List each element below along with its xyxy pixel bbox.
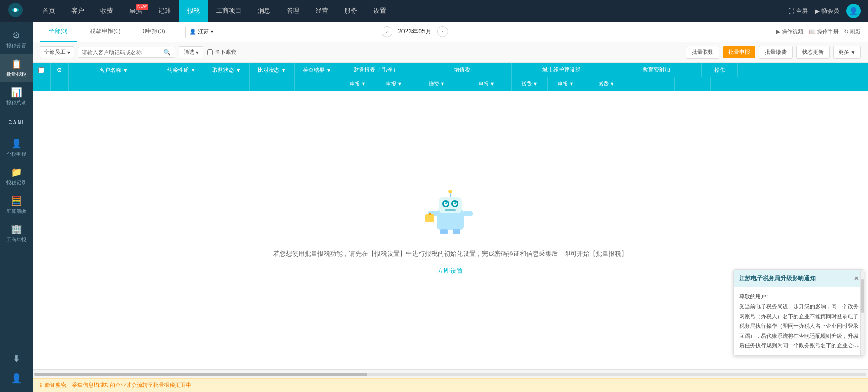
th-fetch-status[interactable]: 取数状态 ▼ [204, 63, 250, 77]
notification-scroll-thumb [861, 279, 864, 313]
search-button[interactable]: 🔍 [160, 47, 175, 57]
more-chevron-icon: ▼ [850, 49, 856, 56]
vip-button[interactable]: ▶ 畅会员 [815, 7, 839, 15]
avatar[interactable]: 👤 [846, 4, 861, 18]
sidebar-item-tax-record[interactable]: 📁 报税记录 [0, 162, 33, 191]
fullscreen-button[interactable]: ⛶ 全屏 [788, 7, 808, 15]
batch-pay-button[interactable]: 批量缴费 [759, 46, 793, 59]
sidebar-item-settlement[interactable]: 🧮 汇算清缴 [0, 191, 33, 219]
bottom-info-bar: ℹ 验证账密、采集信息均成功的企业才会流转至批量报税页面中 [33, 378, 868, 392]
sidebar-item-taxsettings[interactable]: ⚙ 报税设置 [0, 25, 33, 54]
filter-bar: 全部员工 ▾ 🔍 筛选 ▾ 名下账套 批量取数 批量申报 批量缴费 状态更新 [33, 42, 868, 63]
th2-city-declare[interactable]: 申报 ▼ [462, 77, 512, 91]
tab-all[interactable]: 全部(0) [40, 22, 77, 42]
nav-bookkeeping[interactable]: 记账 [150, 0, 179, 22]
select-all-checkbox[interactable] [38, 67, 44, 73]
th-vat: 增值税 [412, 63, 512, 77]
horizontal-scrollbar[interactable] [33, 369, 868, 378]
nav-management[interactable]: 管理 [278, 0, 307, 22]
tab-separator-1 [79, 27, 79, 36]
sidebar-download[interactable]: ⬇ [0, 349, 33, 368]
employee-select[interactable]: 全部员工 ▾ [40, 46, 74, 58]
nav-settings[interactable]: 设置 [365, 0, 394, 22]
th-financial-report: 财务报表（月/季） [340, 63, 412, 77]
th2-empty6 [250, 77, 295, 91]
next-month-button[interactable]: › [437, 26, 448, 37]
th2-edu-pay[interactable]: 缴费 ▼ [584, 77, 629, 91]
current-month-text: 2023年05月 [398, 28, 432, 36]
batch-fetch-button[interactable]: 批量取数 [686, 46, 719, 59]
svg-point-1 [14, 8, 17, 12]
th2-empty4 [159, 77, 204, 91]
sidebar-item-annual-report[interactable]: 🏢 工商年报 [0, 219, 33, 248]
th-city-construction-tax: 城市维护建设税 [512, 63, 611, 77]
right-action-buttons: ▶ 操作视频 📖 操作手册 ↻ 刷新 [776, 28, 861, 36]
employee-select-label: 全部员工 [44, 48, 66, 56]
th2-edu-declare[interactable]: 申报 ▼ [548, 77, 584, 91]
tab-zero-declare[interactable]: 0申报(0) [134, 22, 174, 42]
video-tutorial-link[interactable]: ▶ 操作视频 [776, 28, 803, 36]
sub-account-checkbox[interactable] [207, 49, 213, 55]
th-tax-nature[interactable]: 纳税性质 ▼ [159, 63, 204, 77]
th-check-result[interactable]: 检查结果 ▼ [295, 63, 340, 77]
filter-chevron-icon: ▾ [196, 49, 198, 56]
th2-empty1 [33, 77, 51, 91]
notification-close-button[interactable]: × [854, 274, 859, 282]
th-action: 操作 [702, 63, 738, 77]
th2-finance-declare[interactable]: 申报 ▼ [340, 77, 376, 91]
svg-rect-18 [453, 229, 460, 234]
th-settings: ⚙ [51, 63, 69, 77]
nav-client[interactable]: 客户 [63, 0, 92, 22]
svg-point-8 [445, 202, 447, 204]
svg-rect-15 [425, 214, 434, 222]
sidebar-item-personal-tax[interactable]: 👤 个税申报 [0, 134, 33, 162]
sidebar-user[interactable]: 👤 [0, 368, 33, 388]
left-sidebar: ⚙ 报税设置 📋 批量报税 📊 报税总览 CANI 👤 个税申报 📁 报税记录 … [0, 22, 33, 392]
nav-fee[interactable]: 收费 [92, 0, 121, 22]
batch-declare-button[interactable]: 批量申报 [723, 46, 755, 58]
vip-icon: ▶ [815, 8, 820, 14]
nav-tax[interactable]: 报税 [179, 0, 208, 22]
filter-button[interactable]: 筛选 ▾ [179, 46, 203, 58]
more-button[interactable]: 更多 ▼ [833, 46, 861, 59]
region-selector[interactable]: 👤 江苏 ▾ [185, 26, 217, 38]
bulk-tax-icon: 📋 [11, 58, 22, 69]
th-checkbox[interactable] [33, 63, 51, 77]
chevron-down-icon: ▾ [211, 29, 213, 35]
prev-month-button[interactable]: ‹ [382, 26, 392, 37]
play-icon: ▶ [776, 29, 780, 35]
th2-empty5 [204, 77, 250, 91]
sidebar-cani-label: CANI [0, 111, 33, 134]
manual-link[interactable]: 📖 操作手册 [809, 28, 839, 36]
scroll-thumb[interactable] [34, 373, 367, 376]
nav-home[interactable]: 首页 [34, 0, 63, 22]
th2-empty2 [51, 77, 69, 91]
setup-link[interactable]: 立即设置 [438, 267, 463, 275]
th-client-name[interactable]: 客户名称 ▼ [69, 63, 159, 77]
status-update-button[interactable]: 状态更新 [796, 46, 830, 59]
sidebar-item-taxoverview[interactable]: 📊 报税总览 [0, 82, 33, 111]
sidebar-item-bulktax[interactable]: 📋 批量报税 [0, 54, 33, 82]
search-input[interactable] [78, 48, 160, 57]
app-logo[interactable] [7, 2, 25, 20]
th2-city-pay[interactable]: 缴费 ▼ [512, 77, 548, 91]
nav-business[interactable]: 工商项目 [208, 0, 250, 22]
th2-vat-declare[interactable]: 申报 ▼ [376, 77, 412, 91]
fullscreen-icon: ⛶ [788, 8, 794, 14]
nav-message[interactable]: 消息 [250, 0, 278, 22]
refresh-button[interactable]: ↻ 刷新 [844, 28, 861, 36]
th-compare-status[interactable]: 比对状态 ▼ [250, 63, 295, 77]
personal-tax-icon: 👤 [11, 138, 22, 149]
notification-scrollbar[interactable] [860, 270, 864, 355]
notification-body: 尊敬的用户: 受当前电子税务局进一步升级的影响，同一个政务网账号（办税人）名下的… [734, 287, 864, 355]
tab-tax-declare[interactable]: 税款申报(0) [81, 22, 130, 42]
nav-operations[interactable]: 经营 [307, 0, 336, 22]
annual-report-icon: 🏢 [11, 224, 22, 234]
tab-bar: 全部(0) 税款申报(0) 0申报(0) 👤 江苏 ▾ ‹ 2023年05月 ›… [33, 22, 868, 42]
nav-invoice[interactable]: 票据 NEW [121, 0, 150, 22]
nav-service[interactable]: 服务 [336, 0, 365, 22]
th2-vat-pay[interactable]: 缴费 ▼ [412, 77, 462, 91]
sub-account-checkbox-label[interactable]: 名下账套 [207, 48, 236, 56]
scroll-track[interactable] [34, 373, 866, 376]
svg-rect-16 [429, 213, 431, 215]
